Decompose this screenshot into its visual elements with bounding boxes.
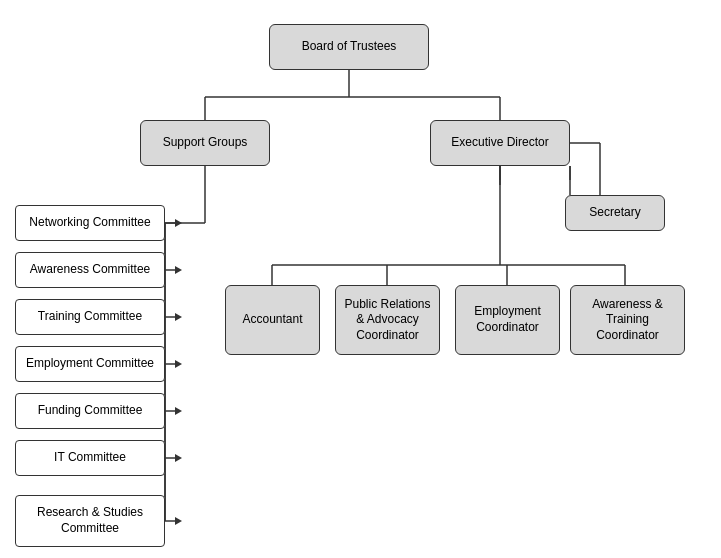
svg-marker-22	[175, 517, 182, 525]
svg-marker-12	[175, 266, 182, 274]
svg-marker-10	[175, 219, 182, 227]
employment-coordinator-node: Employment Coordinator	[455, 285, 560, 355]
svg-marker-16	[175, 360, 182, 368]
svg-marker-14	[175, 313, 182, 321]
research-committee-node: Research & Studies Committee	[15, 495, 165, 547]
networking-committee-node: Networking Committee	[15, 205, 165, 241]
accountant-node: Accountant	[225, 285, 320, 355]
employment-committee-node: Employment Committee	[15, 346, 165, 382]
it-committee-node: IT Committee	[15, 440, 165, 476]
org-chart: Board of Trustees Support Groups Executi…	[0, 0, 721, 558]
support-groups-node: Support Groups	[140, 120, 270, 166]
board-node: Board of Trustees	[269, 24, 429, 70]
training-committee-node: Training Committee	[15, 299, 165, 335]
svg-marker-20	[175, 454, 182, 462]
secretary-node: Secretary	[565, 195, 665, 231]
awareness-committee-node: Awareness Committee	[15, 252, 165, 288]
svg-marker-18	[175, 407, 182, 415]
funding-committee-node: Funding Committee	[15, 393, 165, 429]
pr-coordinator-node: Public Relations & Advocacy Coordinator	[335, 285, 440, 355]
awareness-training-coordinator-node: Awareness & Training Coordinator	[570, 285, 685, 355]
executive-director-node: Executive Director	[430, 120, 570, 166]
